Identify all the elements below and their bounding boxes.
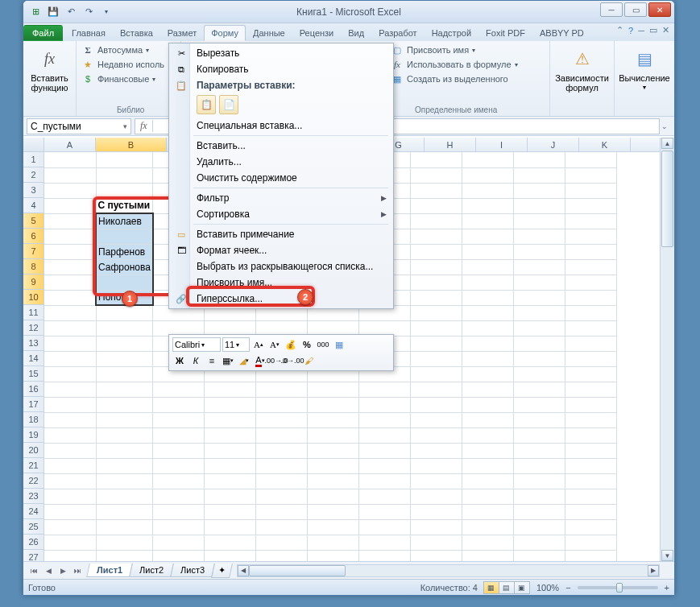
- col-header-a[interactable]: A: [44, 138, 96, 151]
- mini-format-painter-icon[interactable]: 🖌: [301, 353, 316, 368]
- cell[interactable]: [153, 489, 205, 504]
- cell[interactable]: [96, 550, 153, 561]
- cell[interactable]: [411, 259, 462, 275]
- cell[interactable]: [96, 382, 153, 397]
- hscroll-thumb[interactable]: [249, 565, 346, 576]
- cell[interactable]: С пустыми: [96, 198, 153, 213]
- cell[interactable]: [44, 443, 96, 458]
- cell[interactable]: [514, 427, 565, 443]
- recent-functions-button[interactable]: ★Недавно исполь: [81, 57, 176, 72]
- cell[interactable]: [256, 427, 308, 443]
- row-header-1[interactable]: 1: [23, 152, 43, 167]
- cell[interactable]: [256, 473, 308, 489]
- view-layout-icon[interactable]: ▤: [499, 581, 515, 594]
- cell[interactable]: [462, 504, 514, 519]
- cell[interactable]: [411, 412, 462, 427]
- cell[interactable]: [514, 259, 565, 275]
- cell[interactable]: [411, 504, 462, 519]
- cell[interactable]: [565, 320, 617, 336]
- cell[interactable]: [96, 305, 153, 320]
- use-in-formula-button[interactable]: fxИспользовать в формуле▾: [391, 57, 545, 72]
- cell[interactable]: [44, 244, 96, 259]
- row-header-9[interactable]: 9: [23, 275, 43, 290]
- cell[interactable]: [205, 458, 256, 473]
- cell[interactable]: [565, 382, 617, 397]
- cell[interactable]: Николаев: [96, 213, 153, 229]
- cell[interactable]: [565, 290, 617, 305]
- cell[interactable]: [411, 550, 462, 561]
- cell[interactable]: [462, 244, 514, 259]
- cell[interactable]: Парфенов: [96, 244, 153, 259]
- cell[interactable]: [308, 397, 359, 412]
- cell[interactable]: [565, 473, 617, 489]
- cell[interactable]: [514, 290, 565, 305]
- cell[interactable]: [462, 535, 514, 550]
- ctx-hyperlink[interactable]: 🔗Гиперссылка...: [171, 291, 391, 307]
- cell[interactable]: [514, 320, 565, 336]
- cell[interactable]: [462, 489, 514, 504]
- cell[interactable]: [153, 427, 205, 443]
- ctx-cut[interactable]: ✂Вырезать: [171, 45, 391, 61]
- minimize-button[interactable]: ─: [600, 2, 623, 17]
- sheet-nav-last-icon[interactable]: ⏭: [70, 564, 85, 578]
- sheet-nav-next-icon[interactable]: ▶: [56, 564, 70, 578]
- ctx-sort[interactable]: Сортировка▶: [171, 206, 391, 222]
- cell[interactable]: [462, 458, 514, 473]
- cell[interactable]: [462, 473, 514, 489]
- name-box-dropdown-icon[interactable]: ▾: [123, 122, 127, 130]
- cell[interactable]: [411, 305, 462, 320]
- mini-fill-color-icon[interactable]: ◢▾: [237, 353, 251, 368]
- cell[interactable]: [153, 443, 205, 458]
- cell[interactable]: [462, 397, 514, 412]
- cell[interactable]: [96, 519, 153, 535]
- row-header-8[interactable]: 8: [23, 259, 43, 275]
- cell[interactable]: [153, 473, 205, 489]
- cell[interactable]: [462, 290, 514, 305]
- cell[interactable]: [308, 535, 359, 550]
- zoom-slider[interactable]: [578, 586, 658, 589]
- row-header-22[interactable]: 22: [23, 473, 43, 489]
- tab-foxit[interactable]: Foxit PDF: [478, 25, 532, 41]
- cell[interactable]: [462, 351, 514, 366]
- row-header-16[interactable]: 16: [23, 382, 43, 397]
- autosum-button[interactable]: ΣАвтосумма▾: [81, 43, 176, 57]
- undo-icon[interactable]: ↶: [64, 5, 78, 19]
- cell[interactable]: [565, 412, 617, 427]
- col-header-h[interactable]: H: [425, 138, 476, 151]
- cell[interactable]: [359, 489, 411, 504]
- cell[interactable]: [96, 366, 153, 382]
- cell[interactable]: [96, 458, 153, 473]
- cell[interactable]: [411, 535, 462, 550]
- ctx-format-cells[interactable]: 🗔Формат ячеек...: [171, 242, 391, 258]
- define-name-button[interactable]: ▢Присвоить имя▾: [391, 43, 545, 57]
- cell[interactable]: [205, 397, 256, 412]
- cell[interactable]: [153, 397, 205, 412]
- formula-fx-icon[interactable]: fx: [135, 120, 153, 132]
- cell[interactable]: [411, 366, 462, 382]
- mini-bold-icon[interactable]: Ж: [172, 353, 187, 368]
- row-header-21[interactable]: 21: [23, 458, 43, 473]
- cell[interactable]: [205, 519, 256, 535]
- cell[interactable]: [462, 259, 514, 275]
- mini-size-select[interactable]: 11▾: [222, 337, 250, 352]
- cell[interactable]: [514, 443, 565, 458]
- horizontal-scrollbar[interactable]: ◀ ▶: [237, 564, 660, 577]
- row-header-13[interactable]: 13: [23, 336, 43, 351]
- cell[interactable]: [256, 504, 308, 519]
- cell[interactable]: [256, 535, 308, 550]
- cell[interactable]: [462, 152, 514, 167]
- calculation-button[interactable]: ▤ Вычисление ▾: [614, 43, 675, 96]
- cell[interactable]: [514, 489, 565, 504]
- cell[interactable]: [44, 412, 96, 427]
- cell[interactable]: [565, 458, 617, 473]
- cell[interactable]: [462, 229, 514, 244]
- col-header-b[interactable]: B: [96, 138, 167, 151]
- sheet-tab-1[interactable]: Лист1: [86, 564, 133, 577]
- row-header-18[interactable]: 18: [23, 412, 43, 427]
- cell[interactable]: [96, 336, 153, 351]
- cell[interactable]: [96, 427, 153, 443]
- cell[interactable]: [308, 550, 359, 561]
- tab-layout[interactable]: Размет: [160, 25, 204, 41]
- cell[interactable]: [308, 412, 359, 427]
- formula-bar-expand-icon[interactable]: ⌄: [658, 118, 671, 134]
